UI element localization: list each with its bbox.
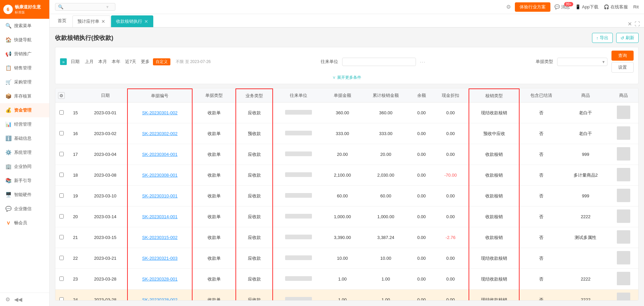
doc-no-link[interactable]: SK-20230321-003 (142, 256, 178, 261)
cell-checkbox[interactable] (55, 123, 67, 144)
date-btn-7days[interactable]: 近7天 (124, 58, 138, 65)
sidebar-item-label: 营销推广 (14, 51, 32, 57)
sidebar-item-hardware[interactable]: 🖥️ 智能硬件 (0, 188, 49, 202)
doc-no-link[interactable]: SK-20230304-001 (142, 152, 178, 157)
table-row[interactable]: 16 2023-03-02 SK-20230302-002 收款单 预收款 33… (55, 123, 638, 144)
row-checkbox[interactable] (59, 152, 64, 156)
col-header-settings[interactable]: ⚙ (55, 89, 67, 103)
cell-checkbox[interactable] (55, 269, 67, 290)
tab-prepay[interactable]: 预计应付单 ✕ (72, 15, 110, 27)
col-header-product: 商品 (562, 89, 609, 103)
table-row[interactable]: 24 2023-03-28 SK-20230328-002 收款单 应收款 1.… (55, 290, 638, 301)
sidebar-settings-icon[interactable]: ⚙ (5, 296, 10, 303)
date-btn-more[interactable]: 更多 (140, 58, 151, 65)
table-row[interactable]: 17 2023-03-04 SK-20230304-001 收款单 应收款 20… (55, 144, 638, 165)
doc-no-link[interactable]: SK-20230315-002 (142, 235, 178, 240)
search-input[interactable] (65, 5, 105, 9)
row-checkbox[interactable] (59, 110, 64, 115)
table-row[interactable]: 21 2023-03-15 SK-20230315-002 收款单 应收款 3,… (55, 227, 638, 248)
logo-icon: 6 (3, 5, 13, 14)
doc-no-link[interactable]: SK-20230328-001 (142, 277, 178, 282)
date-btn-custom[interactable]: 自定义 (153, 58, 170, 65)
row-checkbox[interactable] (59, 256, 64, 260)
cell-write-off: 2,030.00 (361, 165, 410, 186)
row-checkbox[interactable] (59, 173, 64, 177)
cell-balance: 0.00 (411, 290, 433, 301)
sidebar-item-search[interactable]: 🔍 搜索菜单 (0, 19, 49, 33)
cell-checkbox[interactable] (55, 186, 67, 206)
cell-product2 (609, 290, 638, 301)
date-btn-this-year[interactable]: 本年 (110, 58, 122, 65)
tab-collection[interactable]: 收款核销执行 ✕ (111, 15, 153, 27)
row-checkbox[interactable] (59, 131, 64, 135)
user-profile[interactable]: Rit (633, 4, 639, 9)
search-box[interactable]: 🔍 ▾ (55, 3, 115, 11)
tab-fullscreen-icon[interactable]: ⛶ (635, 21, 640, 27)
query-button[interactable]: 查询 (611, 51, 634, 61)
date-btn-this-month[interactable]: 本月 (97, 58, 108, 65)
tab-close-all-icon[interactable]: ✕ (628, 21, 632, 27)
operations-icon: 📊 (5, 121, 11, 127)
table-row[interactable]: 23 2023-03-28 SK-20230328-001 收款单 应收款 1.… (55, 269, 638, 290)
sidebar-item-quicknav[interactable]: 🏠 快捷导航 (0, 33, 49, 47)
cell-checkbox[interactable] (55, 103, 67, 123)
message-button[interactable]: 💬 消息 99+ (554, 4, 570, 10)
sidebar-item-marketing[interactable]: 📢 营销推广 (0, 47, 49, 61)
sidebar-item-corp[interactable]: 🏢 企业协同 (0, 160, 49, 174)
export-button[interactable]: ↑ 导出 (592, 33, 613, 43)
solution-button[interactable]: 体验行业方案 (515, 2, 550, 12)
filter-expand-more-link[interactable]: ∨ 展开更多条件 (332, 75, 361, 80)
cell-include-settled: 否 (519, 186, 562, 206)
row-checkbox[interactable] (59, 193, 64, 198)
table-row[interactable]: 19 2023-03-10 SK-20230310-001 收款单 应收款 60… (55, 186, 638, 206)
row-checkbox[interactable] (59, 277, 64, 281)
row-checkbox[interactable] (59, 235, 64, 239)
sidebar-item-finance[interactable]: 💰 资金管理 (0, 103, 49, 117)
sidebar-item-sales[interactable]: 📋 销售管理 (0, 61, 49, 75)
cell-date: 2023-03-28 (84, 290, 127, 301)
doc-no-link[interactable]: SK-20230302-002 (142, 131, 178, 136)
cell-checkbox[interactable] (55, 206, 67, 227)
sidebar-collapse-icon[interactable]: ◀◀ (14, 296, 22, 303)
table-row[interactable]: 18 2023-03-08 SK-20230308-001 收款单 应收款 2,… (55, 165, 638, 186)
filter-expand-button[interactable]: » (60, 58, 67, 65)
unit-filter-input[interactable] (342, 58, 416, 66)
row-checkbox[interactable] (59, 297, 64, 301)
sidebar-item-member[interactable]: V 畅会员 (0, 216, 49, 230)
header-settings-icon[interactable]: ⚙ (506, 4, 511, 10)
cell-checkbox[interactable] (55, 248, 67, 269)
online-service-button[interactable]: 🎧 在线客服 (604, 4, 628, 10)
doc-no-link[interactable]: SK-20230328-002 (142, 297, 178, 301)
refresh-button[interactable]: ↺ 刷新 (616, 33, 639, 43)
sidebar-item-system[interactable]: ⚙️ 系统管理 (0, 145, 49, 160)
doc-no-link[interactable]: SK-20230301-002 (142, 110, 178, 115)
tab-home[interactable]: 首页 (52, 15, 72, 27)
table-settings-icon[interactable]: ⚙ (58, 92, 65, 99)
sidebar-item-basic[interactable]: ℹ️ 基础信息 (0, 131, 49, 145)
doc-no-link[interactable]: SK-20230310-001 (142, 193, 178, 198)
date-btn-last-month[interactable]: 上月 (84, 58, 95, 65)
table-row[interactable]: 20 2023-03-14 SK-20230314-001 收款单 应收款 1,… (55, 206, 638, 227)
sidebar-item-operations[interactable]: 📊 经营管理 (0, 117, 49, 131)
cell-checkbox[interactable] (55, 144, 67, 165)
row-checkbox[interactable] (59, 214, 64, 219)
sidebar-item-wechat[interactable]: 💬 企业微信 (0, 202, 49, 216)
sidebar-item-guide[interactable]: 📚 新手引导 (0, 174, 49, 188)
sidebar-item-purchase[interactable]: 🛒 采购管理 (0, 75, 49, 89)
cell-write-off: 1,000.00 (361, 206, 410, 227)
doc-no-link[interactable]: SK-20230314-001 (142, 214, 178, 219)
app-download-button[interactable]: 📱 App下载 (575, 4, 598, 10)
doc-no-link[interactable]: SK-20230308-001 (142, 173, 178, 178)
cell-checkbox[interactable] (55, 227, 67, 248)
table-row[interactable]: 15 2023-03-01 SK-20230301-002 收款单 应收款 36… (55, 103, 638, 123)
cell-checkbox[interactable] (55, 290, 67, 301)
tab-prepay-close-icon[interactable]: ✕ (101, 19, 105, 24)
table-row[interactable]: 22 2023-03-21 SK-20230321-003 收款单 应收款 10… (55, 248, 638, 269)
cell-checkbox[interactable] (55, 165, 67, 186)
filter-settings-button[interactable]: 设置 (611, 62, 634, 73)
tab-collection-close-icon[interactable]: ✕ (144, 19, 148, 24)
type-filter-select[interactable] (557, 58, 607, 66)
sidebar-item-stock[interactable]: 📦 库存核算 (0, 89, 49, 103)
cell-product: 2222 (562, 290, 609, 301)
cell-biz-type: 应收款 (236, 165, 273, 186)
